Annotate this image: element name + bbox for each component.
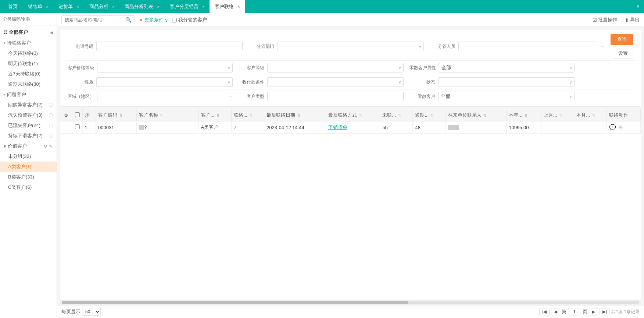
sidebar-search-input[interactable]: [3, 17, 58, 22]
prev-page-btn[interactable]: ◀: [551, 308, 560, 315]
staff-select[interactable]: [458, 42, 598, 51]
sidebar-item-abnormal[interactable]: 回购异常客户(2) ⓘ: [0, 100, 57, 110]
phone-label: 电话号码: [68, 43, 93, 50]
query-button[interactable]: 查询: [611, 34, 633, 45]
filter-row-3: 性质 ∨ 收付款条件 ∨ 状态: [65, 75, 636, 89]
close-tab-customer-contact[interactable]: ×: [237, 4, 240, 9]
nav-tab-purchase[interactable]: 进货单 ×: [53, 0, 84, 13]
close-tab-analysis-list[interactable]: ×: [157, 4, 159, 9]
check-col-header[interactable]: [72, 109, 82, 121]
nav-tab-customer-segment[interactable]: 客户分层经营 ×: [165, 0, 210, 13]
grade-select[interactable]: ∨: [267, 63, 404, 73]
sidebar-item-a-class[interactable]: A类客户(1): [0, 162, 57, 172]
staff-label: 分管人员: [430, 43, 455, 50]
row-check[interactable]: [72, 121, 82, 134]
sidebar-item-overdue[interactable]: 逾期未联络(30): [0, 79, 57, 89]
grid-action-icon[interactable]: ⊞: [618, 124, 623, 131]
close-tab-purchase[interactable]: ×: [76, 4, 79, 9]
retail-attr-select[interactable]: 全部 ∨: [439, 63, 575, 73]
row-this-year: 10995.00: [507, 121, 541, 134]
sidebar-item-today[interactable]: 今天待联络(0): [0, 48, 57, 59]
row-overdue: 48: [413, 121, 446, 134]
more-dots-staff[interactable]: ···: [600, 43, 605, 49]
sidebar-item-7days[interactable]: 近7天待联络(0): [0, 69, 57, 79]
dept-select[interactable]: ∨: [277, 42, 423, 51]
export-btn[interactable]: ⬆ 导出: [625, 17, 640, 23]
sidebar-all-customers[interactable]: ⠿ 全部客户 ◀: [0, 27, 57, 38]
col-header-last-method[interactable]: 最后联络方式 ⇅: [326, 109, 380, 121]
col-header-contact[interactable]: 联络... ⇅: [231, 109, 264, 121]
filter-row-1: 电话号码 分管部门 ∨ 分管人员 ···: [65, 32, 636, 61]
phone-input[interactable]: [96, 42, 243, 51]
row-checkbox[interactable]: [75, 124, 80, 129]
col-header-contact2[interactable]: 往来单位联系人 ⇅: [446, 109, 507, 121]
more-dots-region[interactable]: ···: [228, 93, 233, 99]
status-select[interactable]: ∨: [438, 77, 575, 87]
sidebar-item-declining[interactable]: 持续下滑客户(2) ⓘ: [0, 131, 57, 141]
col-header-last-date[interactable]: 最后联络日期 ⇅: [264, 109, 326, 121]
col-header-code[interactable]: 客户编码 ⇅: [96, 109, 137, 121]
settings-button[interactable]: 设置: [613, 48, 633, 59]
region-input[interactable]: [97, 92, 225, 101]
table-scroll-area[interactable]: ⚙ 序 客户编码 ⇅ 客户名称 ⇅: [60, 109, 641, 300]
type-input[interactable]: [267, 92, 404, 101]
nav-tab-home[interactable]: 首页: [3, 0, 23, 13]
payment-select[interactable]: ∨: [267, 77, 404, 87]
last-page-btn[interactable]: ▶|: [600, 308, 610, 315]
sidebar-problem-customers-group[interactable]: ▾ 问题客户: [0, 89, 57, 100]
sidebar-item-tomorrow[interactable]: 明天待联络(1): [0, 59, 57, 69]
row-last-method[interactable]: 下销货单: [326, 121, 380, 134]
sidebar-item-lost-warning[interactable]: 流失预警客户(3) ⓘ: [0, 110, 57, 120]
price-grade-select[interactable]: ∨: [97, 63, 233, 73]
close-tab-sales[interactable]: ×: [46, 4, 48, 9]
nav-tab-sales[interactable]: 销售单 ×: [23, 0, 53, 13]
nav-tab-analysis[interactable]: 商品分析 ×: [84, 0, 119, 13]
col-header-name[interactable]: 客户名称 ⇅: [136, 109, 198, 121]
main-search-icon[interactable]: 🔍: [125, 17, 132, 23]
first-page-btn[interactable]: |◀: [539, 308, 550, 315]
sidebar: 🔍 ⠿ 全部客户 ◀ ▾ 待联络客户 今天待联络(0) 明天待联络(1): [0, 13, 57, 318]
table-header-row: ⚙ 序 客户编码 ⇅ 客户名称 ⇅: [60, 109, 641, 121]
close-all-tabs[interactable]: ×: [636, 3, 640, 10]
nav-tab-customer-contact[interactable]: 客户联络 ×: [210, 0, 245, 13]
col-header-this-month[interactable]: 本月... ⇅: [574, 109, 607, 121]
main-search-input[interactable]: [65, 17, 124, 22]
sort-icon-not-contacted: ⇅: [398, 113, 401, 117]
sidebar-item-unclassified[interactable]: 未分组(32): [0, 151, 57, 162]
col-header-this-year[interactable]: 本年... ⇅: [507, 109, 541, 121]
close-tab-customer-segment[interactable]: ×: [202, 4, 204, 9]
filter-staff: 分管人员 ···: [427, 41, 608, 52]
close-tab-analysis[interactable]: ×: [112, 4, 114, 9]
refresh-icon[interactable]: ↻: [43, 144, 47, 149]
per-page-select[interactable]: 50 100 200: [82, 308, 101, 316]
batch-ops-btn[interactable]: ☑ 批量操作: [593, 17, 617, 23]
gear-col-header[interactable]: ⚙: [60, 109, 72, 121]
nature-select[interactable]: ∨: [96, 77, 233, 87]
col-header-last-month[interactable]: 上月... ⇅: [541, 109, 574, 121]
checkbox-icon: ☑: [593, 17, 597, 23]
sidebar-pending-contact-group[interactable]: ▾ 待联络客户: [0, 38, 57, 48]
select-all-checkbox[interactable]: [75, 112, 80, 117]
sidebar-item-b-class[interactable]: B类客户(33): [0, 172, 57, 182]
next-page-btn[interactable]: ▶: [589, 308, 598, 315]
my-customers-checkbox[interactable]: [172, 18, 177, 22]
row-gear[interactable]: [60, 121, 72, 134]
chevron-down-icon-status: ∨: [569, 80, 572, 84]
filter-retail: 零散客户 全部 ∨: [407, 91, 577, 102]
chat-action-icon[interactable]: 💬: [609, 124, 616, 131]
horizontal-scrollbar[interactable]: [60, 300, 641, 305]
edit-icon[interactable]: ✎: [49, 144, 53, 149]
col-header-grade[interactable]: 客户... ⇅: [198, 109, 231, 121]
region-label: 区域（地区）: [68, 93, 94, 100]
retail-select[interactable]: 全部 ∨: [438, 92, 575, 101]
page-input[interactable]: [568, 308, 581, 315]
sidebar-item-c-class[interactable]: C类客户(6): [0, 182, 57, 192]
nav-tab-analysis-list[interactable]: 商品分析列表 ×: [119, 0, 164, 13]
sidebar-value-customers-group[interactable]: ▾ 价值客户 ↻ ✎: [0, 141, 57, 151]
more-conditions-btn[interactable]: ▼ 更多条件 ∨: [139, 17, 168, 23]
col-header-not-contacted[interactable]: 未联... ⇅: [380, 109, 413, 121]
sidebar-item-lost[interactable]: 已流失客户(24) ⓘ: [0, 120, 57, 131]
scrollbar-thumb: [62, 301, 408, 304]
col-header-overdue[interactable]: 逾期... ⇅: [413, 109, 446, 121]
top-navigation: 首页 销售单 × 进货单 × 商品分析 × 商品分析列表 × 客户分层经营 × …: [0, 0, 644, 13]
